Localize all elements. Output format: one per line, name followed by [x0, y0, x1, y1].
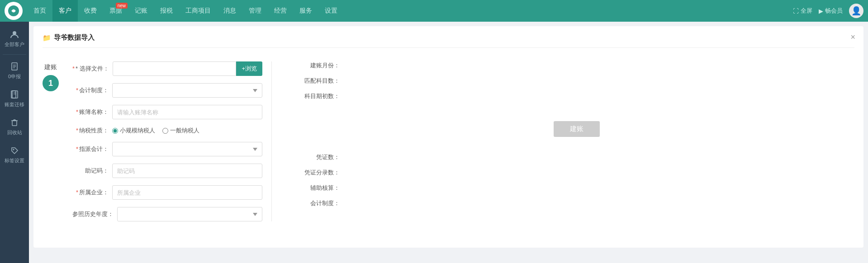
history-year-label: 参照历史年度： [72, 210, 114, 218]
build-button[interactable]: 建账 [554, 121, 600, 137]
nav-item-message[interactable]: 消息 [217, 0, 242, 22]
file-row: ** 选择文件： +浏览 [72, 61, 262, 76]
accounting-system-row: 会计制度： [299, 199, 854, 207]
main-layout: 全部客户 0申报 账套迁移 回收站 标签设置 [0, 22, 868, 263]
nav-item-business[interactable]: 工商项目 [179, 0, 217, 22]
topnav-right: ⛶ 全屏 ▶ 畅会员 👤 [793, 4, 863, 18]
tag-icon [9, 145, 20, 156]
ledger-name-input[interactable] [112, 105, 262, 119]
svg-rect-11 [12, 121, 17, 126]
company-input[interactable] [112, 185, 262, 200]
assist-calc-row: 辅助核算： [299, 184, 854, 192]
user-icon: 👤 [851, 6, 861, 16]
sidebar-item-account-migration[interactable]: 账套迁移 [0, 85, 29, 112]
trash-icon [9, 117, 20, 128]
subject-initial-row: 科目期初数： [299, 92, 854, 100]
form-right: 建账月份： 匹配科目数： 科目期初数： 建账 [281, 61, 854, 221]
history-year-select[interactable] [117, 207, 262, 221]
voucher-entries-label: 凭证分录数： [299, 169, 340, 177]
book-icon [9, 89, 20, 100]
month-label: 建账月份： [299, 61, 340, 70]
tax-type-radio-group: 小规模纳税人 一般纳税人 [112, 127, 199, 135]
tax-type-row: *纳税性质： 小规模纳税人 一般纳税人 [72, 127, 262, 135]
memo-input[interactable] [112, 164, 262, 178]
play-icon: ▶ [819, 8, 823, 14]
nav-item-settings[interactable]: 设置 [318, 0, 344, 22]
match-subject-row: 匹配科目数： [299, 77, 854, 85]
company-label: *所属企业： [72, 188, 109, 197]
accounting-system-label: 会计制度： [299, 199, 340, 207]
nav-item-billing[interactable]: 收费 [78, 0, 103, 22]
svg-rect-8 [12, 91, 18, 98]
nav-item-customer[interactable]: 客户 [52, 0, 78, 22]
accountant-label: *指派会计： [72, 145, 109, 153]
close-button[interactable]: × [850, 33, 855, 42]
user-avatar[interactable]: 👤 [849, 4, 863, 18]
history-year-row: 参照历史年度： [72, 207, 262, 221]
file-icon [9, 61, 20, 72]
topnav: 首页 客户 收费 票据 new 记账 报税 工商项目 消息 管理 经营 [0, 0, 868, 22]
content-area: 📁 导爷数据导入 × 建账 1 ** 选择文件： [29, 22, 868, 263]
dialog-card: 📁 导爷数据导入 × 建账 1 ** 选择文件： [33, 26, 863, 248]
nav-item-home[interactable]: 首页 [27, 0, 52, 22]
build-section: 建账 [299, 112, 854, 146]
app-logo [5, 2, 23, 20]
subject-initial-label: 科目期初数： [299, 92, 340, 100]
nav-item-invoice[interactable]: 票据 new [103, 0, 128, 22]
person-icon [9, 29, 20, 40]
assist-calc-label: 辅助核算： [299, 184, 340, 192]
voucher-row: 凭证数： [299, 153, 854, 161]
accountant-select[interactable] [112, 142, 262, 156]
form-left: ** 选择文件： +浏览 *会计制度： [72, 61, 262, 221]
dialog-title: 📁 导爷数据导入 [43, 33, 854, 48]
sidebar-item-all-customers[interactable]: 全部客户 [0, 25, 29, 52]
accounting-select[interactable] [112, 83, 262, 98]
file-input-group: +浏览 [113, 61, 262, 76]
sidebar: 全部客户 0申报 账套迁移 回收站 标签设置 [0, 22, 29, 263]
memo-label: 助记码： [72, 167, 109, 175]
svg-point-16 [13, 149, 14, 150]
sidebar-item-tag-settings[interactable]: 标签设置 [0, 141, 29, 168]
step-indicator: 建账 1 [43, 61, 59, 221]
tax-general-radio[interactable] [162, 128, 168, 134]
month-row: 建账月份： [299, 61, 854, 70]
nav-item-tax[interactable]: 报税 [154, 0, 179, 22]
member-button[interactable]: ▶ 畅会员 [819, 7, 843, 15]
fullscreen-button[interactable]: ⛶ 全屏 [793, 7, 812, 15]
svg-point-2 [13, 31, 16, 35]
sidebar-item-declarations[interactable]: 0申报 [0, 57, 29, 84]
form-body: 建账 1 ** 选择文件： +浏览 [43, 57, 854, 226]
voucher-entries-row: 凭证分录数： [299, 169, 854, 177]
nav-item-ledger[interactable]: 记账 [128, 0, 154, 22]
browse-button[interactable]: +浏览 [236, 61, 262, 76]
new-badge: new [116, 3, 128, 9]
ledger-name-row: *账簿名称： [72, 105, 262, 119]
accounting-row: *会计制度： [72, 83, 262, 98]
match-subject-label: 匹配科目数： [299, 77, 340, 85]
tax-type-label: *纳税性质： [72, 127, 109, 135]
fullscreen-icon: ⛶ [793, 8, 799, 14]
nav-item-service[interactable]: 服务 [293, 0, 318, 22]
accountant-row: *指派会计： [72, 142, 262, 156]
logo-icon [8, 5, 19, 17]
voucher-label: 凭证数： [299, 153, 340, 161]
nav-item-operation[interactable]: 经营 [268, 0, 293, 22]
tax-general[interactable]: 一般纳税人 [162, 127, 199, 135]
accounting-label: *会计制度： [72, 86, 109, 94]
nav-item-manage[interactable]: 管理 [242, 0, 268, 22]
svg-point-1 [12, 9, 15, 12]
memo-row: 助记码： [72, 164, 262, 178]
form-separator [271, 61, 272, 221]
file-input[interactable] [113, 61, 237, 76]
tax-small-scale-radio[interactable] [112, 128, 118, 134]
nav-menu: 首页 客户 收费 票据 new 记账 报税 工商项目 消息 管理 经营 [27, 0, 793, 22]
sidebar-item-recycle[interactable]: 回收站 [0, 113, 29, 140]
company-row: *所属企业： [72, 185, 262, 200]
dialog-title-icon: 📁 [43, 34, 51, 42]
tax-small-scale[interactable]: 小规模纳税人 [112, 127, 155, 135]
ledger-name-label: *账簿名称： [72, 108, 109, 116]
file-label: ** 选择文件： [72, 65, 109, 73]
